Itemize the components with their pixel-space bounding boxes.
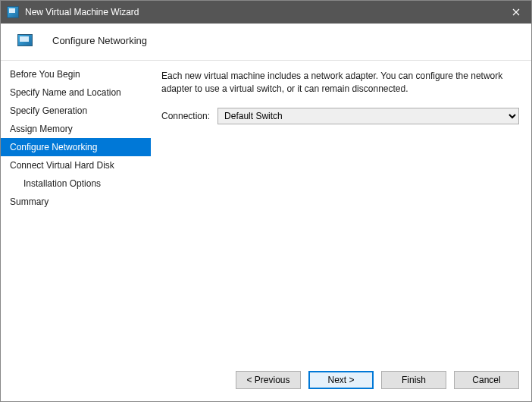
vm-icon [17, 34, 33, 46]
wizard-window: New Virtual Machine Wizard Configure Net… [0, 0, 532, 402]
close-icon [512, 8, 520, 16]
step-specify-name-location[interactable]: Specify Name and Location [1, 83, 151, 102]
wizard-footer: < Previous Next > Finish Cancel [1, 362, 531, 401]
app-icon [7, 6, 19, 18]
step-configure-networking[interactable]: Configure Networking [1, 138, 151, 156]
step-assign-memory[interactable]: Assign Memory [1, 120, 151, 138]
connection-label: Connection: [161, 111, 210, 121]
cancel-button[interactable]: Cancel [454, 371, 519, 389]
connection-row: Connection: Default Switch [161, 108, 519, 124]
previous-button[interactable]: < Previous [236, 371, 301, 389]
wizard-steps-sidebar: Before You Begin Specify Name and Locati… [1, 61, 151, 362]
step-connect-virtual-hard-disk[interactable]: Connect Virtual Hard Disk [1, 156, 151, 174]
finish-button[interactable]: Finish [381, 371, 446, 389]
wizard-header: Configure Networking [1, 24, 531, 60]
connection-select[interactable]: Default Switch [217, 108, 519, 124]
step-summary[interactable]: Summary [1, 193, 151, 211]
step-installation-options[interactable]: Installation Options [1, 174, 151, 193]
titlebar: New Virtual Machine Wizard [1, 1, 531, 24]
wizard-content: Each new virtual machine includes a netw… [151, 61, 531, 362]
step-before-you-begin[interactable]: Before You Begin [1, 65, 151, 83]
window-title: New Virtual Machine Wizard [25, 7, 501, 17]
close-button[interactable] [501, 1, 531, 24]
next-button[interactable]: Next > [308, 371, 374, 389]
wizard-body: Before You Begin Specify Name and Locati… [1, 60, 531, 362]
description-text: Each new virtual machine includes a netw… [161, 70, 519, 96]
page-title: Configure Networking [52, 35, 147, 46]
step-specify-generation[interactable]: Specify Generation [1, 102, 151, 120]
